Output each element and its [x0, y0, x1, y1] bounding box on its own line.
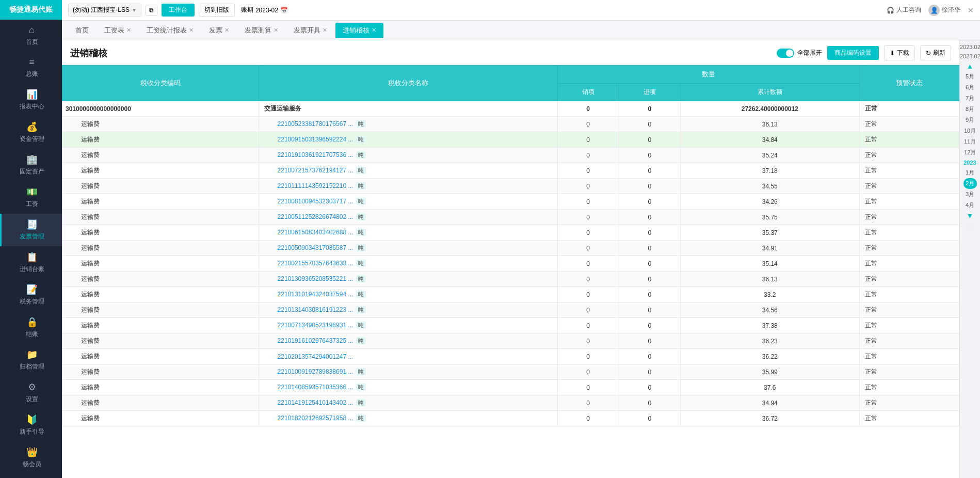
- settings-button[interactable]: 商品编码设置: [827, 46, 879, 60]
- tab-payroll-stat-close-icon[interactable]: ✕: [189, 27, 194, 34]
- copy-button[interactable]: ⧉: [146, 5, 157, 16]
- sidebar-item-guide[interactable]: 🔰 新手引导: [0, 409, 62, 441]
- rp-month-5[interactable]: 5月: [960, 71, 980, 82]
- td-purchase: 0: [619, 194, 680, 210]
- td-name: 运输费: [62, 225, 259, 241]
- tab-home[interactable]: 首页: [68, 23, 96, 38]
- tab-invoice-open[interactable]: 发票开具 ✕: [286, 23, 334, 38]
- rp-month-12[interactable]: 12月: [960, 147, 980, 158]
- td-sub-code: 22100509034317086587 ...吨: [259, 241, 557, 256]
- archive-icon: 📁: [26, 349, 38, 360]
- download-button[interactable]: ⬇ 下载: [884, 45, 915, 60]
- tab-sales-check-close-icon[interactable]: ✕: [372, 27, 376, 34]
- table-row: 运输费 22101916102976437325 ...吨 0 0 36.23 …: [62, 333, 959, 349]
- tab-invoice[interactable]: 发票 ✕: [202, 23, 236, 38]
- td-name: 运输费: [62, 210, 259, 225]
- sidebar-item-home[interactable]: ⌂ 首页: [0, 20, 62, 52]
- tab-payroll-close-icon[interactable]: ✕: [126, 27, 131, 34]
- td-name: 运输费: [62, 395, 259, 411]
- rp-month-4[interactable]: 4月: [960, 200, 980, 211]
- rp-month-2[interactable]: 2月: [963, 178, 977, 189]
- sidebar-item-payroll[interactable]: 💵 工资: [0, 181, 62, 214]
- sidebar-item-closing[interactable]: 🔒 结账: [0, 311, 62, 344]
- td-cumulative: 34.94: [680, 395, 859, 411]
- sidebar-item-member[interactable]: 👑 畅会员: [0, 441, 62, 474]
- tab-payroll-stat[interactable]: 工资统计报表 ✕: [139, 23, 201, 38]
- td-name: 运输费: [62, 349, 259, 364]
- calendar-icon[interactable]: 📅: [280, 7, 288, 14]
- rp-month-3[interactable]: 3月: [960, 189, 980, 200]
- td-name: 运输费: [62, 163, 259, 179]
- rp-month-11[interactable]: 11月: [960, 136, 980, 147]
- reports-icon: 📊: [26, 89, 38, 100]
- topbar-right: 🎧 人工咨询 👤 徐泽华 ✕: [887, 5, 974, 16]
- user-menu[interactable]: 👤 徐泽华: [928, 5, 960, 16]
- sidebar-item-reports[interactable]: 📊 报表中心: [0, 84, 62, 116]
- rp-month-6[interactable]: 6月: [960, 82, 980, 93]
- sidebar-item-label: 进销台账: [20, 265, 44, 274]
- rp-month-1[interactable]: 1月: [960, 167, 980, 178]
- td-status: 正常: [859, 117, 959, 132]
- td-status: 正常: [859, 395, 959, 411]
- tab-invoice-open-close-icon[interactable]: ✕: [323, 27, 327, 34]
- sidebar-item-assets[interactable]: 🏢 固定资产: [0, 149, 62, 181]
- sidebar-item-tax[interactable]: 📝 税务管理: [0, 279, 62, 311]
- sidebar-item-settings[interactable]: ⚙ 设置: [0, 376, 62, 409]
- company-selector[interactable]: (勿动) 江西报宝-LSS ▼: [68, 4, 141, 17]
- td-purchase: 0: [619, 163, 680, 179]
- guide-icon: 🔰: [26, 414, 38, 425]
- rp-month-7[interactable]: 7月: [960, 93, 980, 104]
- table-row: 运输费 22101111143592152210 ...吨 0 0 34.55 …: [62, 179, 959, 194]
- rp-scroll-down[interactable]: ▼: [966, 211, 975, 221]
- td-sub-code: 22100915031396592224 ...吨: [259, 132, 557, 148]
- expand-toggle[interactable]: 全部展开: [777, 49, 822, 58]
- workspace-button[interactable]: 工作台: [162, 4, 195, 17]
- sidebar-item-capital[interactable]: 💰 资金管理: [0, 116, 62, 149]
- table-row: 运输费 22100509034317086587 ...吨 0 0 34.91 …: [62, 241, 959, 256]
- tab-sales-check[interactable]: 进销稽核 ✕: [335, 23, 383, 38]
- payroll-icon: 💵: [26, 186, 38, 198]
- rp-year-label: 2023.02: [960, 42, 980, 52]
- tab-payroll[interactable]: 工资表 ✕: [97, 23, 138, 38]
- rp-month-9[interactable]: 9月: [960, 115, 980, 125]
- close-icon[interactable]: ✕: [968, 6, 974, 14]
- refresh-button[interactable]: ↻ 刷新: [920, 45, 951, 60]
- switch-version-button[interactable]: 切到旧版: [199, 4, 235, 17]
- tab-invoice-calc[interactable]: 发票测算 ✕: [237, 23, 285, 38]
- td-purchase: 0: [619, 395, 680, 411]
- invoice-icon: 🧾: [26, 219, 38, 230]
- sidebar-item-invoice-mgmt[interactable]: 🧾 发票管理: [0, 214, 62, 246]
- tab-invoice-label: 发票: [209, 26, 222, 35]
- sidebar-item-archive[interactable]: 📁 归档管理: [0, 344, 62, 376]
- rp-month-10[interactable]: 10月: [960, 125, 980, 136]
- td-sub-code: 22100523381780176567 ...吨: [259, 117, 557, 132]
- td-cumulative: 36.13: [680, 117, 859, 132]
- th-cumulative: 累计数额: [680, 84, 859, 101]
- toggle-track[interactable]: [777, 49, 794, 58]
- td-status: 正常: [859, 411, 959, 426]
- td-status: 正常: [859, 101, 959, 117]
- rp-month-8[interactable]: 8月: [960, 104, 980, 115]
- sidebar-item-label: 总账: [26, 70, 38, 78]
- td-sales: 0: [557, 117, 619, 132]
- pin-button[interactable]: ◀◀ 取消固定: [0, 474, 62, 478]
- td-sub-code: 22100713490523196931 ...吨: [259, 318, 557, 333]
- td-cumulative: 35.14: [680, 256, 859, 272]
- app-logo: 畅捷通易代账: [0, 0, 62, 20]
- service-button[interactable]: 🎧 人工咨询: [887, 6, 921, 14]
- sidebar-item-ledger[interactable]: ≡ 总账: [0, 52, 62, 84]
- td-status: 正常: [859, 287, 959, 302]
- td-name: 运输费: [62, 256, 259, 272]
- sidebar-item-sales-ledger[interactable]: 📋 进销台账: [0, 246, 62, 279]
- rp-scroll-up[interactable]: ▲: [966, 61, 975, 71]
- td-sales: 0: [557, 179, 619, 194]
- tabbar: 首页 工资表 ✕ 工资统计报表 ✕ 发票 ✕ 发票测算 ✕ 发票开具 ✕ 进销稽…: [62, 21, 980, 40]
- table-row: 运输费 22100915031396592224 ...吨 0 0 34.84 …: [62, 132, 959, 148]
- tab-payroll-stat-label: 工资统计报表: [147, 26, 187, 35]
- td-status: 正常: [859, 318, 959, 333]
- tab-invoice-calc-close-icon[interactable]: ✕: [274, 27, 278, 34]
- td-name: 运输费: [62, 241, 259, 256]
- td-cumulative: 34.26: [680, 194, 859, 210]
- tab-invoice-close-icon[interactable]: ✕: [224, 27, 229, 34]
- table-row: 运输费 22100721573762194127 ...吨 0 0 37.18 …: [62, 163, 959, 179]
